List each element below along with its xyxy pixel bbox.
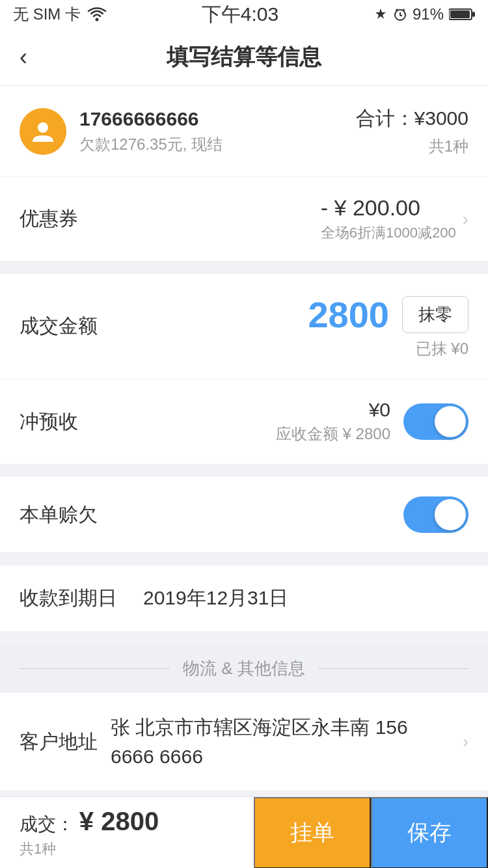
status-left: 无 SIM 卡 (13, 4, 107, 25)
bottom-deal-row: 成交： ¥ 2800 (20, 807, 234, 837)
divider-line-right (318, 668, 468, 669)
bottom-summary: 成交： ¥ 2800 共1种 (0, 807, 254, 859)
address-value: 张 北京市市辖区海淀区永丰南 156 6666 6666 (111, 712, 456, 771)
total-count: 共1种 (356, 136, 468, 157)
sim-status: 无 SIM 卡 (13, 4, 81, 25)
user-icon (30, 118, 56, 144)
customer-total: 合计：¥3000 共1种 (356, 105, 468, 157)
bottom-deal-amount: ¥ 2800 (79, 807, 159, 835)
logistics-divider: 物流 & 其他信息 (0, 644, 488, 693)
prepay-sub: 应收金额 ¥ 2800 (276, 424, 390, 444)
coupon-desc: 全场6折满1000减200 (321, 223, 456, 243)
alarm-icon (393, 7, 407, 21)
customer-row: 17666666666 欠款1276.35元, 现结 合计：¥3000 共1种 (0, 86, 488, 176)
customer-details: 17666666666 欠款1276.35元, 现结 (79, 108, 223, 155)
customer-section: 17666666666 欠款1276.35元, 现结 合计：¥3000 共1种 … (0, 86, 488, 261)
coupon-row[interactable]: 优惠券 - ¥ 200.00 全场6折满1000减200 › (0, 176, 488, 261)
debit-toggle-knob (435, 499, 466, 530)
prepay-toggle[interactable] (403, 403, 468, 440)
page-title: 填写结算等信息 (167, 42, 321, 72)
bottom-deal-label: 成交： (20, 814, 74, 834)
round-button[interactable]: 抹零 (402, 296, 468, 333)
svg-point-0 (96, 18, 99, 21)
customer-info: 17666666666 欠款1276.35元, 现结 (20, 108, 223, 155)
coupon-value-wrap: - ¥ 200.00 全场6折满1000减200 (321, 195, 456, 243)
address-section: 客户地址 张 北京市市辖区海淀区永丰南 156 6666 6666 › (0, 693, 488, 791)
address-row[interactable]: 客户地址 张 北京市市辖区海淀区永丰南 156 6666 6666 › (0, 693, 488, 791)
battery-percent: 91% (413, 5, 444, 23)
coupon-label: 优惠券 (20, 206, 78, 232)
due-date-value: 2019年12月31日 (143, 585, 288, 612)
customer-phone: 17666666666 (79, 108, 223, 130)
logistics-label: 物流 & 其他信息 (183, 657, 305, 680)
battery-icon (449, 8, 475, 21)
due-date-label: 收款到期日 (20, 585, 117, 612)
svg-rect-8 (450, 10, 470, 18)
coupon-discount: - ¥ 200.00 (321, 195, 456, 221)
divider-line-left (20, 668, 170, 669)
debit-section: 本单赊欠 (0, 477, 488, 552)
debit-label: 本单赊欠 (20, 502, 98, 528)
hang-button[interactable]: 挂单 (254, 797, 371, 869)
due-date-section: 收款到期日 2019年12月31日 (0, 565, 488, 631)
location-icon (373, 7, 388, 21)
prepay-label: 冲预收 (20, 409, 78, 435)
svg-rect-7 (472, 12, 475, 17)
back-button[interactable]: ‹ (20, 44, 27, 71)
bottom-bar: 成交： ¥ 2800 共1种 挂单 保存 (0, 796, 488, 868)
status-right: 91% (373, 5, 475, 23)
prepay-value-wrap: ¥0 应收金额 ¥ 2800 (276, 399, 390, 444)
coupon-right: - ¥ 200.00 全场6折满1000减200 › (321, 195, 468, 243)
deal-section: 成交金额 2800 抹零 已抹 ¥0 冲预收 ¥0 应收金额 ¥ 2800 (0, 274, 488, 464)
save-button[interactable]: 保存 (371, 797, 488, 869)
bottom-count: 共1种 (20, 839, 234, 859)
address-chevron-icon: › (463, 731, 468, 752)
wifi-icon (87, 7, 107, 21)
deal-value-wrap: 2800 抹零 (308, 293, 468, 336)
chevron-right-icon: › (463, 209, 468, 230)
status-time: 下午4:03 (202, 1, 278, 28)
debit-toggle[interactable] (403, 496, 468, 533)
address-label: 客户地址 (20, 729, 111, 755)
status-bar: 无 SIM 卡 下午4:03 91% (0, 0, 488, 29)
due-date-row: 收款到期日 2019年12月31日 (0, 565, 488, 631)
toggle-knob (435, 406, 466, 437)
deal-amount-row: 成交金额 2800 抹零 已抹 ¥0 (0, 274, 488, 379)
svg-point-9 (38, 122, 48, 133)
prepay-right: ¥0 应收金额 ¥ 2800 (276, 399, 468, 444)
debit-row: 本单赊欠 (0, 477, 488, 552)
nav-bar: ‹ 填写结算等信息 (0, 29, 488, 86)
deal-label: 成交金额 (20, 313, 98, 340)
avatar (20, 108, 66, 155)
deal-amount: 2800 (308, 293, 389, 336)
prepay-amount: ¥0 (276, 399, 390, 421)
prepay-row: 冲预收 ¥0 应收金额 ¥ 2800 (0, 379, 488, 464)
deal-sub: 已抹 ¥0 (308, 338, 468, 359)
customer-sub: 欠款1276.35元, 现结 (79, 134, 223, 155)
total-price: 合计：¥3000 (356, 105, 468, 132)
deal-right: 2800 抹零 已抹 ¥0 (308, 293, 468, 359)
